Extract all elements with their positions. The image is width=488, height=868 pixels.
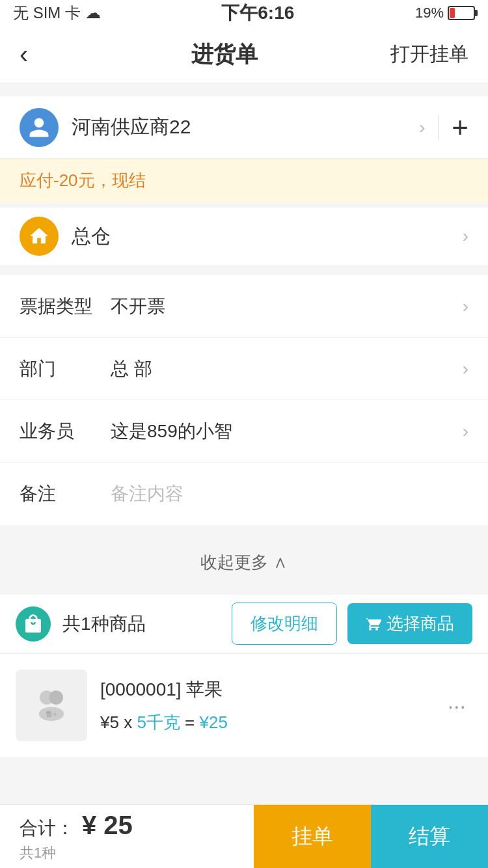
product-more-button[interactable]: ···	[441, 686, 472, 725]
chevron-right-icon-4: ›	[463, 359, 468, 379]
supplier-divider	[438, 115, 439, 141]
warehouse-row[interactable]: 总仓 ›	[0, 202, 488, 265]
ticket-type-label: 票据类型	[20, 294, 111, 319]
warehouse-icon	[20, 217, 59, 256]
status-left: 无 SIM 卡 ☁	[13, 3, 101, 23]
select-product-button[interactable]: 选择商品	[347, 603, 472, 644]
chevron-right-icon: ›	[419, 117, 425, 138]
department-value: 总 部	[111, 357, 463, 381]
price-eq: =	[180, 712, 200, 732]
remark-row[interactable]: 备注 备注内容	[0, 463, 488, 525]
salesperson-row[interactable]: 业务员 这是859的小智 ›	[0, 400, 488, 463]
total-label: 合计：	[20, 816, 74, 841]
chevron-right-icon-2: ›	[463, 226, 468, 247]
price-total: ¥25	[199, 712, 227, 732]
hang-order-button[interactable]: 挂单	[254, 805, 371, 868]
salesperson-value: 这是859的小智	[111, 419, 463, 444]
product-thumbnail: 鲁+	[16, 670, 87, 741]
product-name: [0000001] 苹果	[100, 677, 441, 702]
department-row[interactable]: 部门 总 部 ›	[0, 338, 488, 400]
bottom-bar: 合计： ¥ 25 共1种 挂单 结算	[0, 804, 488, 868]
svg-point-1	[49, 690, 63, 705]
select-product-label: 选择商品	[386, 612, 454, 635]
form-section: 票据类型 不开票 › 部门 总 部 › 业务员 这是859的小智 › 备注 备注…	[0, 275, 488, 525]
add-supplier-button[interactable]: +	[452, 113, 468, 142]
remark-label: 备注	[20, 481, 111, 506]
product-item: 鲁+ [0000001] 苹果 ¥5 x 5千克 = ¥25 ···	[0, 653, 488, 757]
product-info: [0000001] 苹果 ¥5 x 5千克 = ¥25	[100, 677, 441, 734]
back-button[interactable]: ‹	[20, 40, 59, 69]
open-hang-button[interactable]: 打开挂单	[390, 41, 468, 68]
user-icon	[27, 116, 51, 139]
home-icon	[28, 225, 50, 247]
shopping-bag-icon	[23, 614, 44, 634]
total-sub: 共1种	[20, 843, 234, 863]
product-image-icon: 鲁+	[32, 686, 71, 725]
total-amount: ¥ 25	[82, 811, 133, 840]
status-time: 下午6:16	[221, 1, 294, 25]
cart-icon	[366, 616, 381, 632]
status-bar: 无 SIM 卡 ☁ 下午6:16 19%	[0, 0, 488, 26]
products-icon	[16, 606, 51, 642]
supplier-row[interactable]: 河南供应商22 › +	[0, 96, 488, 159]
collapse-button[interactable]: 收起更多 ∧	[0, 536, 488, 590]
ticket-type-value: 不开票	[111, 294, 463, 319]
supplier-section: 河南供应商22 › + 应付-20元，现结	[0, 96, 488, 202]
supplier-alert: 应付-20元，现结	[0, 159, 488, 202]
price-qty: 5千克	[137, 712, 180, 732]
section-gap-1	[0, 83, 488, 96]
svg-text:鲁+: 鲁+	[46, 710, 57, 718]
warehouse-name: 总仓	[72, 223, 463, 250]
total-row: 合计： ¥ 25	[20, 811, 234, 841]
bottom-total: 合计： ¥ 25 共1种	[0, 805, 254, 868]
nav-bar: ‹ 进货单 打开挂单	[0, 26, 488, 83]
department-label: 部门	[20, 357, 111, 381]
modify-detail-button[interactable]: 修改明细	[232, 603, 337, 645]
status-right: 19%	[415, 5, 475, 21]
battery-percent: 19%	[415, 5, 444, 21]
battery-icon	[448, 6, 475, 20]
page-title: 进货单	[191, 40, 258, 70]
settle-button[interactable]: 结算	[371, 805, 488, 868]
price-unit: ¥5 x	[100, 712, 137, 732]
salesperson-label: 业务员	[20, 419, 111, 444]
products-header: 共1种商品 修改明细 选择商品	[0, 595, 488, 653]
supplier-name: 河南供应商22	[72, 114, 419, 141]
chevron-right-icon-3: ›	[463, 296, 468, 317]
chevron-right-icon-5: ›	[463, 421, 468, 442]
supplier-avatar	[20, 108, 59, 147]
remark-value[interactable]: 备注内容	[111, 481, 468, 506]
product-price: ¥5 x 5千克 = ¥25	[100, 711, 441, 734]
ticket-type-row[interactable]: 票据类型 不开票 ›	[0, 275, 488, 338]
sim-label: 无 SIM 卡 ☁	[13, 3, 101, 23]
products-count: 共1种商品	[62, 612, 232, 636]
